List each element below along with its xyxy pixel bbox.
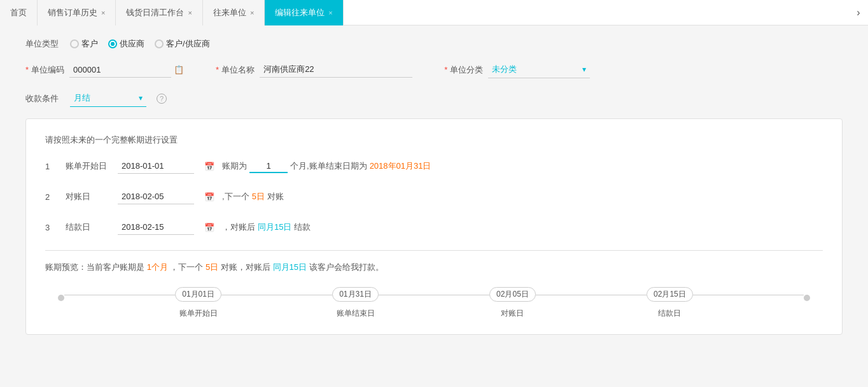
unit-name-required: *	[216, 65, 219, 74]
timeline-node-2-label: 账单结束日	[337, 308, 375, 319]
unit-name-input[interactable]	[260, 62, 412, 78]
timeline-right-dot	[804, 295, 810, 301]
help-icon[interactable]: ?	[157, 94, 167, 104]
radio-both[interactable]: 客户/供应商	[155, 38, 210, 50]
setting-row-2: 2 对账日 📅 ,下一个 5日 对账	[45, 189, 823, 204]
row-3-desc: ，对账后 同月15日 结款	[222, 222, 311, 233]
period-input[interactable]	[249, 160, 288, 173]
payment-terms-section: 收款条件 月结 ▾ ?	[25, 90, 843, 107]
preview-text: 账期预览：当前客户账期是 1个月 ，下一个 5日 对账，对账后 同月15日 该客…	[45, 261, 823, 274]
payment-terms-arrow-icon: ▾	[139, 94, 143, 102]
unit-code-required: *	[25, 65, 29, 74]
row-2-desc: ,下一个 5日 对账	[222, 191, 284, 202]
unit-category-select[interactable]: 未分类 ▾	[488, 61, 590, 78]
tab-edit-partner-label: 编辑往来单位	[275, 7, 325, 18]
payment-date-calendar-icon[interactable]: 📅	[204, 223, 214, 232]
tab-edit-partner-close[interactable]: ×	[328, 9, 332, 17]
preview-suffix: 该客户会给我打款。	[309, 262, 384, 272]
timeline-connector-0	[64, 295, 175, 295]
timeline-connector-2	[379, 295, 489, 295]
timeline-connector-3	[536, 295, 647, 295]
tab-more-button[interactable]: ›	[849, 7, 868, 18]
setting-row-3: 3 结款日 📅 ，对账后 同月15日 结款	[45, 220, 823, 235]
recon-date-input[interactable]	[118, 189, 194, 204]
timeline-connector-4	[693, 295, 804, 295]
radio-supplier-label: 供应商	[120, 38, 144, 50]
unit-name-label: 单位名称	[221, 64, 255, 76]
timeline-node-3-label: 对账日	[501, 308, 524, 319]
payment-terms-select[interactable]: 月结 ▾	[70, 90, 146, 107]
tab-sales-history-label: 销售订单历史	[48, 7, 97, 18]
payment-date-input[interactable]	[118, 220, 194, 235]
radio-supplier-circle	[108, 39, 117, 48]
tab-sales-history[interactable]: 销售订单历史 ×	[38, 0, 116, 25]
tab-partner-label: 往来单位	[213, 7, 246, 18]
period-months-label: 个月,账单结束日期为	[290, 160, 367, 172]
row-2-label: 对账日	[66, 191, 110, 202]
timeline-connector-1	[221, 295, 332, 295]
radio-both-circle	[155, 39, 164, 48]
preview-part3: 同月15日	[273, 262, 307, 272]
timeline-node-4: 02月15日 结款日	[647, 287, 693, 319]
timeline-node-4-badge: 02月15日	[647, 287, 693, 302]
timeline-container: 01月01日 账单开始日 01月31日 账单结束日 02月05日	[45, 287, 823, 319]
unit-code-group: * 单位编码 📋	[25, 62, 184, 78]
unit-code-copy-icon[interactable]: 📋	[174, 65, 184, 74]
unit-type-label: 单位类型	[25, 38, 59, 50]
start-date-input[interactable]	[118, 158, 194, 174]
recon-date-calendar-icon[interactable]: 📅	[204, 192, 214, 202]
unit-category-value: 未分类	[492, 64, 580, 75]
tab-partner-close[interactable]: ×	[250, 9, 254, 17]
timeline-node-3: 02月05日 对账日	[489, 287, 536, 319]
unit-code-label: 单位编码	[31, 64, 64, 76]
row-1-label: 账单开始日	[66, 160, 110, 172]
timeline-node-4-label: 结款日	[658, 308, 681, 319]
row-1-num: 1	[45, 162, 58, 171]
row-3-label: 结款日	[66, 222, 110, 233]
radio-customer-label: 客户	[81, 38, 98, 50]
radio-supplier[interactable]: 供应商	[108, 38, 144, 50]
recon-highlight: 5日	[252, 191, 265, 202]
tab-daily-clear-close[interactable]: ×	[188, 9, 192, 17]
tab-home[interactable]: 首页	[0, 0, 38, 25]
tab-daily-clear[interactable]: 钱货日清工作台 ×	[116, 0, 202, 25]
timeline-node-3-badge: 02月05日	[489, 287, 536, 302]
radio-customer[interactable]: 客户	[70, 38, 98, 50]
preview-mid2: 对账，对账后	[221, 262, 270, 272]
timeline: 01月01日 账单开始日 01月31日 账单结束日 02月05日	[58, 287, 810, 319]
unit-type-section: 单位类型 客户 供应商 客户/供应商	[25, 38, 843, 50]
payment-suffix: 结款	[294, 222, 311, 233]
unit-name-group: * 单位名称	[216, 62, 412, 78]
unit-info-section: * 单位编码 📋 * 单位名称 * 单位分类 未分类 ▾	[25, 61, 843, 78]
card-title: 请按照未来的一个完整帐期进行设置	[45, 134, 823, 146]
preview-mid1: ，下一个	[170, 262, 203, 272]
preview-part2: 5日	[206, 262, 218, 272]
start-date-calendar-icon[interactable]: 📅	[204, 162, 214, 171]
unit-category-required: *	[444, 65, 447, 74]
tab-sales-history-close[interactable]: ×	[101, 9, 105, 17]
setting-row-1: 1 账单开始日 📅 账期为 个月,账单结束日期为 2018年01月31日	[45, 158, 823, 174]
row-3-num: 3	[45, 223, 58, 232]
unit-category-group: * 单位分类 未分类 ▾	[444, 61, 590, 78]
radio-both-label: 客户/供应商	[166, 38, 210, 50]
timeline-node-1: 01月01日 账单开始日	[175, 287, 221, 319]
payment-prefix: ，对账后	[222, 222, 255, 233]
tab-bar: 首页 销售订单历史 × 钱货日清工作台 × 往来单位 × 编辑往来单位 × ›	[0, 0, 868, 25]
tab-edit-partner[interactable]: 编辑往来单位 ×	[265, 0, 343, 25]
recon-prefix: ,下一个	[222, 191, 249, 202]
unit-category-label: 单位分类	[450, 64, 483, 76]
tab-daily-clear-label: 钱货日清工作台	[126, 7, 184, 18]
recon-suffix: 对账	[267, 191, 284, 202]
timeline-left-dot	[58, 295, 64, 301]
settings-card: 请按照未来的一个完整帐期进行设置 1 账单开始日 📅 账期为 个月,账单结束日期…	[25, 118, 843, 335]
preview-prefix: 账期预览：当前客户账期是	[45, 262, 144, 272]
unit-type-radio-group: 客户 供应商 客户/供应商	[70, 38, 210, 50]
tab-partner[interactable]: 往来单位 ×	[203, 0, 265, 25]
unit-code-input[interactable]	[69, 62, 171, 78]
timeline-node-2-badge: 01月31日	[332, 287, 379, 302]
payment-terms-value: 月结	[74, 92, 136, 104]
unit-category-arrow-icon: ▾	[582, 65, 586, 74]
tab-home-label: 首页	[10, 7, 27, 18]
timeline-node-2: 01月31日 账单结束日	[332, 287, 379, 319]
preview-part1: 1个月	[147, 262, 168, 272]
